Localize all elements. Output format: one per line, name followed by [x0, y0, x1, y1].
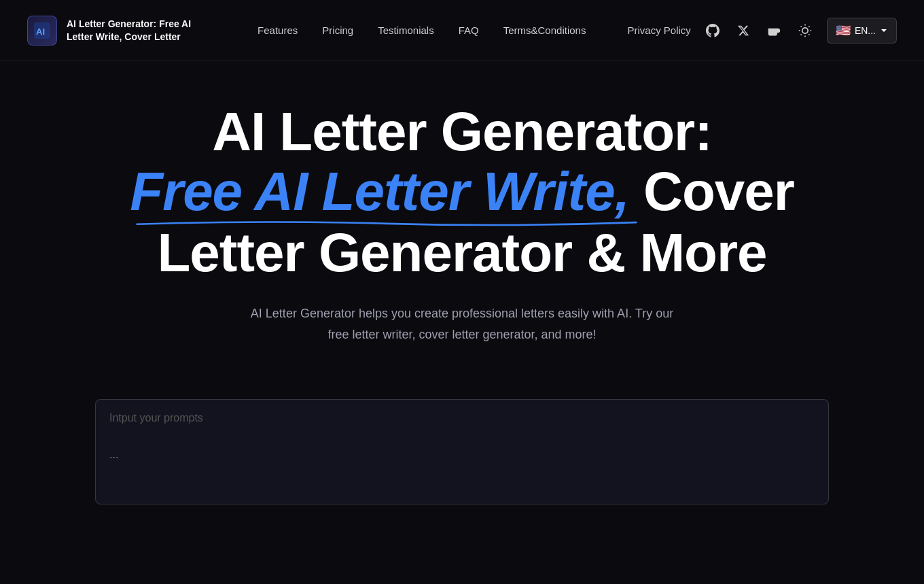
- hero-subtitle: AI Letter Generator helps you create pro…: [245, 303, 679, 345]
- nav-link-pricing[interactable]: Pricing: [322, 24, 353, 36]
- coffee-button[interactable]: [764, 21, 783, 40]
- nav-link-features[interactable]: Features: [257, 24, 298, 36]
- lang-code: EN...: [855, 25, 876, 36]
- hero-heading: AI Letter Generator: Free AI Letter Writ…: [130, 102, 794, 284]
- language-selector[interactable]: 🇺🇸 EN...: [827, 18, 897, 44]
- output-area: ...: [95, 436, 829, 504]
- twitter-button[interactable]: [734, 22, 752, 39]
- svg-line-5: [800, 26, 801, 27]
- nav-link-privacy[interactable]: Privacy Policy: [628, 24, 691, 36]
- nav-link-terms[interactable]: Terms&Conditions: [503, 24, 586, 36]
- nav-link-faq[interactable]: FAQ: [459, 24, 479, 36]
- prompt-input-area: ...: [95, 399, 829, 504]
- nav-link-testimonials[interactable]: Testimonials: [378, 24, 434, 36]
- chevron-down-icon: [880, 27, 888, 35]
- svg-line-6: [808, 34, 809, 35]
- site-title: AI Letter Generator: Free AI Letter Writ…: [67, 18, 216, 42]
- main-content: AI Letter Generator: Free AI Letter Writ…: [0, 61, 924, 504]
- svg-line-10: [808, 26, 809, 27]
- navbar: AI AI Letter Generator: Free AI Letter W…: [0, 0, 924, 61]
- nav-logo-area: AI AI Letter Generator: Free AI Letter W…: [27, 16, 216, 46]
- nav-right: Privacy Policy: [628, 18, 897, 44]
- svg-line-9: [800, 34, 801, 35]
- hero-line1: AI Letter Generator:: [130, 102, 794, 162]
- svg-point-2: [802, 27, 808, 33]
- flag-icon: 🇺🇸: [836, 23, 851, 38]
- theme-toggle-button[interactable]: [796, 21, 815, 40]
- nav-links: Features Pricing Testimonials FAQ Terms&…: [257, 24, 586, 36]
- hero-blue-text: Free AI Letter Write,: [130, 161, 643, 222]
- github-button[interactable]: [703, 21, 722, 40]
- hero-section: AI Letter Generator: Free AI Letter Writ…: [0, 61, 924, 372]
- hero-line3: Letter Generator & More: [130, 222, 794, 284]
- prompt-input[interactable]: [95, 399, 829, 436]
- underline-decoration: [130, 219, 643, 227]
- svg-text:AI: AI: [36, 27, 45, 37]
- site-logo: AI: [27, 16, 57, 46]
- hero-line2: Free AI Letter Write, Cover: [130, 162, 794, 222]
